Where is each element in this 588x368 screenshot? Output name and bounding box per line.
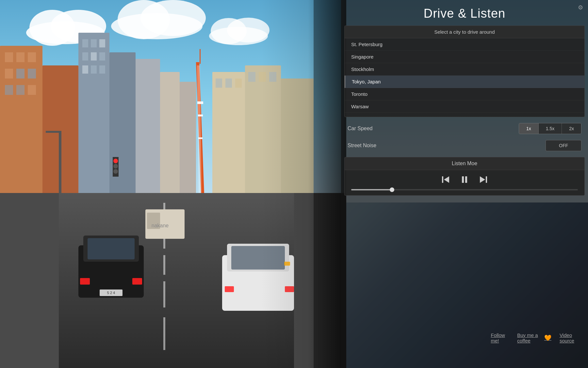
- music-controls: [345, 170, 584, 189]
- svg-marker-87: [480, 176, 485, 183]
- right-panel: ⚙ Drive & Listen Select a city to drive …: [341, 0, 588, 368]
- speed-1-5x-button[interactable]: 1.5x: [539, 123, 562, 134]
- svg-rect-69: [285, 286, 294, 292]
- app-title: Drive & Listen: [351, 7, 578, 21]
- svg-rect-55: [163, 317, 165, 350]
- progress-bar[interactable]: [351, 189, 578, 190]
- follow-me-link[interactable]: Follow me!: [491, 332, 509, 343]
- svg-rect-65: [222, 255, 294, 311]
- svg-rect-53: [163, 255, 165, 275]
- progress-fill: [351, 189, 392, 190]
- next-track-button[interactable]: [479, 175, 488, 184]
- svg-text:nakane: nakane: [152, 223, 169, 228]
- svg-rect-77: [145, 209, 185, 239]
- svg-rect-84: [462, 176, 464, 183]
- city-item-toronto[interactable]: Toronto: [345, 88, 584, 100]
- video-source-link[interactable]: Video source: [560, 332, 581, 343]
- city-item-st-petersburg[interactable]: St. Petersburg: [345, 38, 584, 51]
- buy-coffee-link[interactable]: Buy me a coffee 🧡: [517, 332, 551, 343]
- speed-buttons: 1x 1.5x 2x: [519, 123, 581, 134]
- svg-rect-67: [231, 246, 285, 270]
- svg-rect-61: [80, 278, 90, 285]
- coffee-icon: 🧡: [544, 334, 551, 342]
- dropdown-header: Select a city to drive around: [345, 26, 584, 38]
- city-item-stockholm[interactable]: Stockholm: [345, 63, 584, 76]
- svg-rect-82: [442, 176, 443, 183]
- svg-rect-58: [78, 245, 144, 298]
- svg-text:5 2 4: 5 2 4: [107, 291, 115, 295]
- svg-marker-83: [444, 176, 449, 183]
- svg-rect-50: [0, 193, 346, 368]
- svg-rect-57: [294, 193, 346, 368]
- city-dropdown: Select a city to drive around St. Peters…: [344, 26, 585, 117]
- svg-rect-59: [83, 236, 139, 262]
- controls-section: Car Speed 1x 1.5x 2x Street Noise OFF: [341, 117, 588, 157]
- noise-toggle-button[interactable]: OFF: [546, 140, 581, 151]
- pause-button[interactable]: [460, 175, 469, 184]
- svg-rect-86: [486, 176, 487, 183]
- coffee-text: Buy me a coffee: [517, 332, 542, 343]
- svg-rect-60: [88, 238, 135, 259]
- street-noise-label: Street Noise: [348, 143, 376, 149]
- progress-thumb: [390, 187, 394, 192]
- panel-header: Drive & Listen: [341, 0, 588, 26]
- music-player: Listen Moe: [344, 157, 585, 196]
- car-speed-row: Car Speed 1x 1.5x 2x: [348, 123, 581, 134]
- svg-rect-63: [100, 289, 122, 296]
- city-item-wuhan[interactable]: Wuhan: [345, 113, 584, 117]
- svg-rect-54: [163, 281, 165, 307]
- svg-rect-68: [225, 286, 234, 292]
- svg-rect-56: [0, 193, 59, 368]
- svg-rect-62: [132, 278, 142, 285]
- svg-rect-66: [227, 244, 289, 272]
- settings-icon[interactable]: ⚙: [578, 4, 583, 11]
- car-speed-label: Car Speed: [348, 126, 373, 131]
- svg-rect-78: [147, 213, 160, 229]
- music-player-header: Listen Moe: [345, 157, 584, 170]
- street-noise-row: Street Noise OFF: [348, 140, 581, 151]
- svg-rect-51: [163, 203, 165, 222]
- city-item-singapore[interactable]: Singapore: [345, 51, 584, 63]
- prev-track-button[interactable]: [441, 175, 450, 184]
- svg-rect-85: [465, 176, 467, 183]
- city-item-tokyo[interactable]: Tokyo, Japan: [345, 76, 584, 88]
- city-item-warsaw[interactable]: Warsaw: [345, 100, 584, 113]
- speed-2x-button[interactable]: 2x: [562, 123, 581, 134]
- speed-1x-button[interactable]: 1x: [519, 123, 539, 134]
- svg-rect-70: [284, 262, 290, 266]
- svg-rect-52: [163, 229, 165, 249]
- footer-links: Follow me! Buy me a coffee 🧡 Video sourc…: [484, 327, 588, 348]
